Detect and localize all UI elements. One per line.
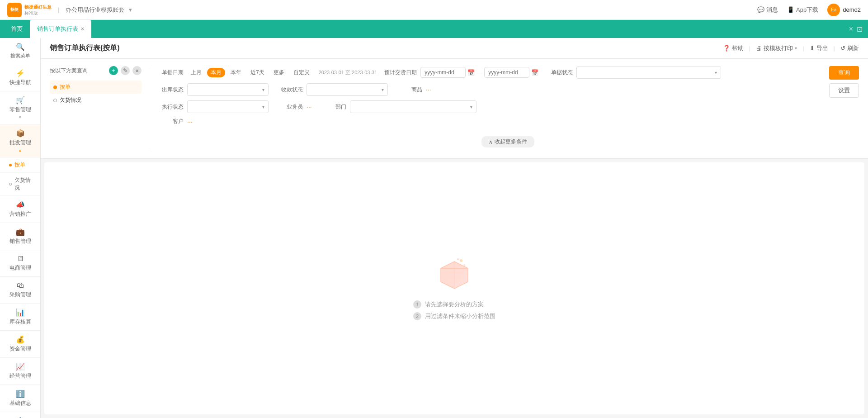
sidebar-item-quick-nav[interactable]: ⚡ 快捷导航	[0, 64, 40, 91]
print-button[interactable]: 🖨 按模板打印 ▾	[756, 44, 797, 52]
date-sep: —	[476, 69, 482, 76]
ecommerce-label: 电商管理	[9, 264, 31, 272]
sidebar-item-purchase[interactable]: 🛍 采购管理	[0, 277, 40, 304]
filter-delivery-date-item: 预计交货日期 📅 — 📅	[384, 67, 538, 78]
header-left: 畅捷 畅捷通好生意 标准版 | 办公用品行业模拟账套 ▾	[7, 3, 132, 17]
date-tag-current-month[interactable]: 本月	[207, 68, 225, 77]
scheme-press-order[interactable]: 按单	[50, 81, 142, 94]
logo-area: 畅捷 畅捷通好生意 标准版	[7, 3, 52, 17]
help-button[interactable]: ❓ 帮助	[723, 44, 744, 52]
shipment-status-select[interactable]: ▾	[187, 83, 269, 96]
avatar-text: Ea	[831, 7, 836, 12]
operation-icon: 📈	[16, 362, 25, 371]
calendar-end-icon[interactable]: 📅	[531, 69, 538, 76]
product-ellipsis[interactable]: ···	[426, 86, 431, 93]
tab-home[interactable]: 首页	[4, 20, 30, 38]
sidebar-item-wholesale[interactable]: 📦 批发管理 ▴	[0, 124, 40, 157]
retail-arrow: ▾	[19, 115, 21, 119]
sidebar-item-basic-info[interactable]: ℹ️ 基础信息	[0, 385, 40, 412]
order-status-arrow: ▾	[715, 70, 717, 75]
action-buttons: 查询 设置	[829, 66, 859, 98]
tab-close-icon[interactable]: ×	[81, 26, 84, 32]
breadcrumb-title: 办公用品行业模拟账套	[66, 6, 124, 14]
export-button[interactable]: ⬇ 导出	[810, 44, 828, 52]
payment-status-select[interactable]: ▾	[307, 83, 388, 96]
sidebar-item-finance[interactable]: 💰 资金管理	[0, 331, 40, 358]
calendar-start-icon[interactable]: 📅	[467, 69, 475, 76]
sidebar-item-sales[interactable]: 💼 销售管理	[0, 223, 40, 250]
sidebar-item-marketing[interactable]: 📣 营销推广	[0, 196, 40, 223]
logo-text: 畅捷	[10, 7, 19, 12]
retail-icon: 🛒	[16, 96, 25, 104]
exec-status-select[interactable]: ▾	[187, 100, 269, 113]
payment-status-label: 收款状态	[276, 86, 303, 94]
scheme-owe-goods[interactable]: 欠货情况	[50, 94, 142, 107]
sidebar-item-system[interactable]: ⚙️ 系统管理	[0, 412, 40, 418]
filter-customer-item: 客户 ···	[156, 118, 193, 125]
date-tag-7days[interactable]: 近7天	[247, 68, 268, 77]
salesperson-ellipsis[interactable]: ···	[307, 103, 312, 110]
dept-arrow: ▾	[470, 104, 472, 109]
refresh-label: 刷新	[847, 44, 859, 52]
delivery-date-end[interactable]	[484, 67, 529, 78]
ecommerce-icon: 🖥	[17, 255, 24, 263]
tab-restore-btn[interactable]: ⊡	[857, 25, 863, 33]
print-icon: 🖨	[756, 45, 762, 52]
sidebar-item-retail[interactable]: 🛒 零售管理 ▾	[0, 91, 40, 124]
tab-close-window-btn[interactable]: ×	[849, 25, 853, 33]
filter-form: 单据日期 上月 本月 本年 近7天 更多 自定义 2023-03-01 至 20…	[156, 66, 859, 151]
sidebar-sub-press-order[interactable]: 按单	[0, 157, 40, 173]
wholesale-icon: 📦	[16, 129, 25, 138]
scheme-inactive-dot	[53, 99, 57, 102]
sidebar-item-ecommerce[interactable]: 🖥 电商管理	[0, 250, 40, 277]
breadcrumb-arrow[interactable]: ▾	[129, 6, 132, 13]
message-button[interactable]: 💬 消息	[757, 6, 778, 14]
retail-label: 零售管理	[9, 106, 31, 114]
refresh-button[interactable]: ↺ 刷新	[840, 44, 859, 52]
exec-status-label: 执行状态	[156, 103, 184, 111]
scheme-header: 按以下方案查询 + ✎ «	[50, 66, 142, 75]
delivery-date-start[interactable]	[420, 67, 466, 78]
sidebar-sub-owe-goods[interactable]: 欠货情况	[0, 173, 40, 196]
owe-goods-dot	[9, 183, 12, 185]
quick-nav-icon: ⚡	[16, 69, 25, 77]
search-button[interactable]: 查询	[829, 66, 859, 80]
order-status-label: 单据状态	[546, 69, 573, 76]
sidebar-item-inventory[interactable]: 📊 库存核算	[0, 304, 40, 331]
delivery-date-range: 📅 — 📅	[420, 67, 538, 78]
scheme-collapse-button[interactable]: «	[132, 66, 142, 75]
order-status-select[interactable]: ▾	[576, 66, 721, 79]
app-download-button[interactable]: 📱 App下载	[787, 6, 818, 14]
scheme-owe-goods-label: 欠货情况	[60, 96, 81, 104]
filter-product-item: 商品 ···	[395, 86, 431, 94]
collapse-button[interactable]: ∧ 收起更多条件	[481, 136, 534, 147]
sales-label: 销售管理	[9, 238, 31, 245]
user-name: demo2	[843, 6, 861, 13]
customer-ellipsis[interactable]: ···	[187, 118, 193, 125]
press-order-dot	[9, 164, 12, 166]
sidebar-item-operation[interactable]: 📈 经营管理	[0, 358, 40, 385]
scheme-edit-button[interactable]: ✎	[121, 66, 130, 75]
dept-select[interactable]: ▾	[350, 100, 476, 113]
date-tag-current-year[interactable]: 本年	[227, 68, 245, 77]
tip-text-2: 用过滤条件来缩小分析范围	[425, 312, 495, 320]
wholesale-arrow: ▴	[19, 148, 21, 152]
date-tag-custom[interactable]: 自定义	[290, 68, 313, 77]
user-menu[interactable]: Ea demo2	[827, 4, 861, 16]
empty-icon-svg	[436, 257, 472, 293]
date-tag-last-month[interactable]: 上月	[187, 68, 205, 77]
tab-sales-order[interactable]: 销售订单执行表 ×	[30, 20, 91, 38]
tab-bar-right: × ⊡	[849, 25, 868, 33]
date-tag-more[interactable]: 更多	[270, 68, 288, 77]
finance-icon: 💰	[16, 335, 25, 344]
filter-scheme-panel: 按以下方案查询 + ✎ « 按单 欠货情况	[50, 66, 149, 151]
sidebar-item-search[interactable]: 🔍 搜索菜单	[0, 38, 40, 64]
tip-text-1: 请先选择要分析的方案	[425, 300, 484, 309]
tip-num-2: 2	[413, 312, 421, 320]
search-icon: 🔍	[16, 43, 25, 51]
scheme-add-button[interactable]: +	[109, 66, 118, 75]
date-options: 上月 本月 本年 近7天 更多 自定义	[187, 68, 313, 77]
help-icon: ❓	[723, 45, 730, 52]
settings-button[interactable]: 设置	[829, 83, 859, 98]
empty-icon	[436, 257, 472, 293]
